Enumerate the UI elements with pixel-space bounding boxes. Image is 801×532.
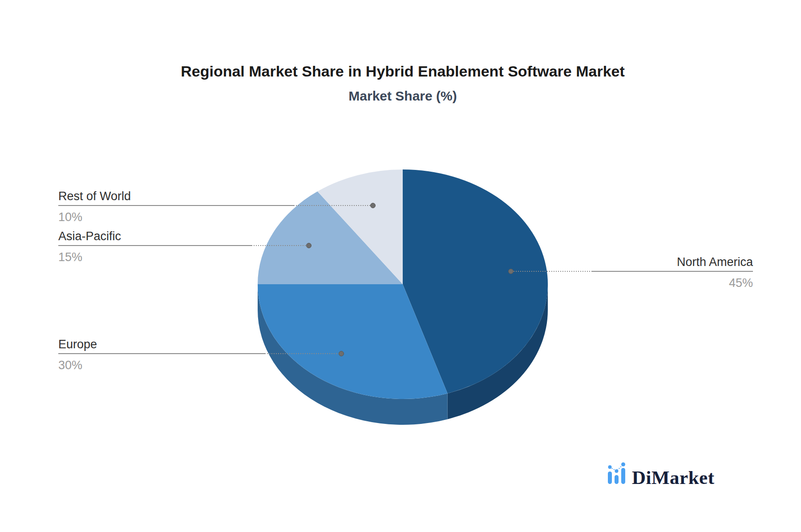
slice-percent-north-america: 45%: [729, 276, 753, 290]
slice-label-europe: Europe: [58, 338, 97, 351]
logo-bar-middle: [615, 475, 619, 484]
slice-label-asia-pacific: Asia-Pacific: [58, 230, 121, 243]
logo-bar-left: [608, 472, 612, 484]
pie-chart: Regional Market Share in Hybrid Enableme…: [0, 0, 801, 532]
logo-dot-middle: [615, 469, 619, 473]
dimarket-logo: DiMarket: [608, 463, 715, 488]
bar-chart-logo-icon: [608, 463, 625, 484]
leader-dot-rest-of-world: [371, 203, 376, 208]
slice-percent-europe: 30%: [58, 359, 82, 372]
slice-label-north-america: North America: [677, 255, 753, 269]
leader-dot-north-america: [509, 269, 514, 274]
logo-dot-left: [608, 465, 612, 469]
chart-title: Regional Market Share in Hybrid Enableme…: [181, 63, 625, 80]
chart-subtitle: Market Share (%): [348, 89, 457, 103]
slice-label-rest-of-world: Rest of World: [58, 189, 131, 203]
logo-wordmark: DiMarket: [632, 467, 715, 488]
logo-dot-right: [621, 463, 625, 467]
leader-dot-asia-pacific: [307, 243, 312, 248]
chart-canvas: Regional Market Share in Hybrid Enableme…: [0, 0, 801, 532]
pie-top-faces: [258, 169, 548, 399]
slice-percent-rest-of-world: 10%: [58, 210, 82, 224]
logo-bar-right: [621, 468, 625, 484]
leader-dot-europe: [339, 351, 344, 356]
slice-percent-asia-pacific: 15%: [58, 250, 82, 264]
